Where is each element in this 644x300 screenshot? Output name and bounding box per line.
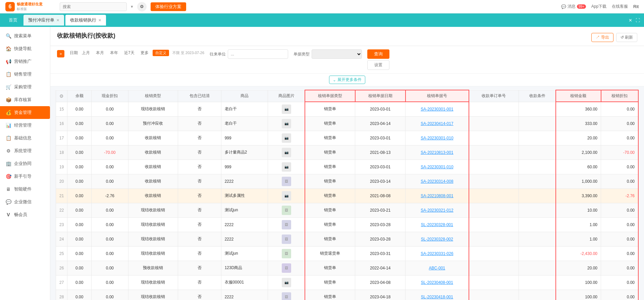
window-expand-icon[interactable]: ⛶ <box>636 18 640 23</box>
message-badge: 99+ <box>577 4 586 9</box>
refresh-button[interactable]: ↺ 刷新 <box>616 33 637 42</box>
row-doc-no[interactable]: SA-20230321-012 <box>406 203 469 217</box>
sidebar-item-quicknav[interactable]: 🏠 快捷导航 <box>0 42 50 55</box>
app-title: 畅捷通谱好生意 <box>17 2 43 7</box>
sidebar-item-purchase[interactable]: 🛒 采购管理 <box>0 81 50 93</box>
expand-more-btn[interactable]: ⌄ 展开更多条件 <box>329 76 365 84</box>
tab-prepay-close[interactable]: ✕ <box>56 18 59 23</box>
sidebar-item-search[interactable]: 🔍 搜索菜单 <box>0 30 50 42</box>
unit-input[interactable] <box>228 49 288 59</box>
goods-image: 🖼 <box>282 263 291 273</box>
receipt-type-select[interactable] <box>312 49 362 59</box>
row-order-no <box>469 261 519 275</box>
sidebar-item-system[interactable]: ⚙ 系统管理 <box>0 144 50 157</box>
online-service-btn[interactable]: 在线客服 <box>612 4 628 9</box>
row-goods: 老白干 <box>221 116 268 131</box>
row-doc-type: 销货单 <box>305 261 355 275</box>
goods-image: 🖼 <box>282 220 291 229</box>
window-close-icon[interactable]: ✕ <box>629 18 632 23</box>
user-name[interactable]: Rit <box>633 4 639 9</box>
row-balance: 0.00 <box>67 116 92 131</box>
settings-icon[interactable]: ⚙ <box>137 2 147 11</box>
sidebar-item-label: 企业微信 <box>14 199 32 205</box>
main-container: 🔍 搜索菜单 🏠 快捷导航 📢 营销推广 📋 销售管理 🛒 采购管理 📦 库存核… <box>0 27 644 300</box>
row-goods-img: 📷 <box>268 160 305 174</box>
filter-expand-btn[interactable]: » <box>57 50 64 57</box>
industry-btn[interactable]: 体验行业方案 <box>151 2 186 11</box>
row-no: 20 <box>56 174 67 188</box>
goods-image: 📷 <box>282 278 291 287</box>
row-cash-discount: 0.00 <box>91 232 128 246</box>
app-download-btn[interactable]: App下载 <box>591 4 606 9</box>
row-amount: 2,100.00 <box>556 145 601 160</box>
tab-prepay[interactable]: 预付冲应付单 ✕ <box>23 15 64 26</box>
sidebar-item-guide[interactable]: 🎯 新手引导 <box>0 170 50 183</box>
row-doc-no[interactable]: SA-20210813-001 <box>406 145 469 160</box>
row-cash-discount: 0.00 <box>91 102 128 116</box>
sidebar-item-member[interactable]: V 畅会员 <box>0 208 50 221</box>
col-settings[interactable]: ⚙ <box>56 90 67 102</box>
goods-image: 📷 <box>282 119 291 128</box>
tab-receipt[interactable]: 收款核销执行 ✕ <box>65 15 106 26</box>
row-doc-no[interactable]: SL-20230328-002 <box>406 232 469 246</box>
sidebar-item-sales[interactable]: 📋 销售管理 <box>0 68 50 81</box>
sidebar-item-basic[interactable]: 📋 基础信息 <box>0 132 50 144</box>
row-no: 28 <box>56 290 67 300</box>
row-balance: 0.00 <box>67 290 92 300</box>
query-button[interactable]: 查询 <box>367 49 389 59</box>
row-type: 收款核销 <box>128 174 178 188</box>
date-btn-last-month[interactable]: 上月 <box>80 49 92 56</box>
date-custom-btn[interactable]: 自定义 <box>153 50 169 56</box>
sidebar-item-hardware[interactable]: 🖥 智能硬件 <box>0 183 50 196</box>
row-doc-date: 2023-03-21 <box>355 203 406 217</box>
sidebar-item-label: 新手引导 <box>14 173 32 179</box>
sidebar-item-inventory[interactable]: 📦 库存核算 <box>0 93 50 106</box>
row-goods-img: 🖼 <box>268 174 305 188</box>
date-btn-7days[interactable]: 近7天 <box>122 49 137 56</box>
row-doc-no[interactable]: SL-20230328-001 <box>406 217 469 232</box>
message-btn[interactable]: 💬 消息 99+ <box>561 4 586 9</box>
dropdown-icon[interactable]: ▾ <box>131 4 133 9</box>
sidebar-item-corp[interactable]: 🏢 企业协同 <box>0 157 50 170</box>
row-doc-date: 2023-03-01 <box>355 131 406 145</box>
row-doc-type: 销货单 <box>305 102 355 116</box>
row-doc-date: 2023-03-01 <box>355 160 406 174</box>
sidebar-item-finance[interactable]: 💰 资金管理 <box>0 106 50 119</box>
row-doc-no[interactable]: SA-20230331-026 <box>406 246 469 261</box>
row-doc-no[interactable]: SA-20210808-001 <box>406 188 469 203</box>
date-btn-more[interactable]: 更多 <box>139 49 151 56</box>
settings-button[interactable]: 设置 <box>367 60 389 70</box>
date-range-display: 不限 至 2023-07-26 <box>172 50 204 55</box>
row-amount: 3,390.00 <box>556 188 601 203</box>
row-doc-no[interactable]: SA-20230414-017 <box>406 116 469 131</box>
table-body: 15 0.00 0.00 现结收款核销 否 老白干 📷 销货单 2023-03-… <box>56 102 639 300</box>
sidebar-item-label: 销售管理 <box>14 71 32 77</box>
tab-home[interactable]: 首页 <box>4 15 22 26</box>
row-doc-no[interactable]: SL-20230408-001 <box>406 275 469 290</box>
date-btn-this-month[interactable]: 本月 <box>94 49 106 56</box>
search-input[interactable] <box>60 2 127 11</box>
member-icon: V <box>5 212 11 217</box>
sidebar-item-marketing[interactable]: 📢 营销推广 <box>0 55 50 68</box>
row-doc-no[interactable]: SA-20230301-010 <box>406 131 469 145</box>
row-type: 现结收款核销 <box>128 203 178 217</box>
row-pay-condition <box>519 116 556 131</box>
marketing-icon: 📢 <box>5 59 11 64</box>
row-doc-no[interactable]: ABC-001 <box>406 261 469 275</box>
row-doc-no[interactable]: SL-20230418-001 <box>406 290 469 300</box>
export-button[interactable]: ↗ 导出 <box>591 33 613 42</box>
tab-receipt-close[interactable]: ✕ <box>98 18 101 23</box>
col-goods-img: 商品图片 <box>268 90 305 102</box>
col-amount: 核销金额 <box>556 90 601 102</box>
sidebar-item-wechat[interactable]: 💬 企业微信 <box>0 196 50 208</box>
row-doc-no[interactable]: SA-20230301-001 <box>406 102 469 116</box>
wechat-icon: 💬 <box>5 199 11 205</box>
row-order-no <box>469 102 519 116</box>
sidebar-item-ops[interactable]: 📊 经营管理 <box>0 119 50 132</box>
search-icon: 🔍 <box>5 33 11 39</box>
goods-image: 📷 <box>282 133 291 143</box>
row-goods-img: 🖼 <box>268 261 305 275</box>
row-doc-no[interactable]: SA-20230301-010 <box>406 160 469 174</box>
date-btn-this-year[interactable]: 本年 <box>108 49 120 56</box>
row-doc-no[interactable]: SA-20230314-008 <box>406 174 469 188</box>
